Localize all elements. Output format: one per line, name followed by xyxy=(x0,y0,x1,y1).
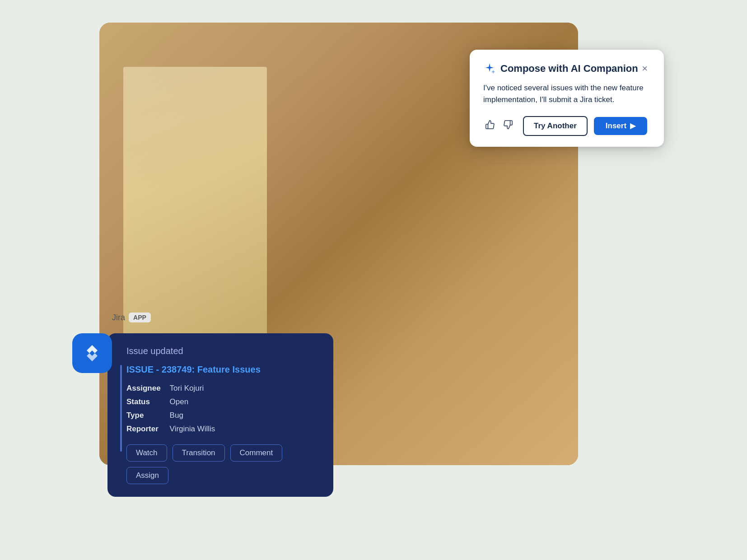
jira-assign-button[interactable]: Assign xyxy=(126,467,168,484)
thumbs-down-button[interactable] xyxy=(501,118,515,134)
ai-card-title-row: Compose with AI Companion xyxy=(483,62,638,75)
ai-companion-card: Compose with AI Companion × I've noticed… xyxy=(470,50,664,147)
ai-close-button[interactable]: × xyxy=(639,63,650,75)
jira-field-label-status: Status xyxy=(126,397,161,406)
ai-card-title: Compose with AI Companion xyxy=(500,63,638,75)
try-another-button[interactable]: Try Another xyxy=(523,116,588,136)
ai-card-header: Compose with AI Companion × xyxy=(483,62,650,75)
main-scene: Compose with AI Companion × I've noticed… xyxy=(72,23,677,519)
jira-notification-title: Issue updated xyxy=(126,346,319,356)
jira-field-value-assignee: Tori Kojuri xyxy=(170,384,319,393)
jira-field-label-type: Type xyxy=(126,411,161,420)
jira-app-badge: APP xyxy=(129,313,151,322)
ai-sparkle-icon xyxy=(483,62,496,75)
jira-transition-button[interactable]: Transition xyxy=(173,444,225,462)
jira-field-label-assignee: Assignee xyxy=(126,384,161,393)
thumbs-up-button[interactable] xyxy=(483,118,497,134)
jira-app-label: Jira APP xyxy=(112,313,151,322)
jira-field-value-reporter: Virginia Willis xyxy=(170,425,319,434)
jira-app-name: Jira xyxy=(112,313,125,322)
insert-button[interactable]: Insert ▶ xyxy=(594,117,647,135)
jira-actions: Watch Transition Comment Assign xyxy=(126,444,319,484)
insert-label: Insert xyxy=(606,121,626,131)
jira-field-value-type: Bug xyxy=(170,411,319,420)
jira-notification-card: Issue updated ISSUE - 238749: Feature Is… xyxy=(107,333,333,497)
ai-card-body: I've noticed several issues with the new… xyxy=(483,82,650,106)
jira-field-label-reporter: Reporter xyxy=(126,425,161,434)
jira-left-bar xyxy=(120,365,122,452)
jira-icon-circle xyxy=(72,333,112,373)
jira-comment-button[interactable]: Comment xyxy=(230,444,283,462)
jira-issue-link[interactable]: ISSUE - 238749: Feature Issues xyxy=(126,364,319,375)
jira-field-value-status: Open xyxy=(170,397,319,406)
ai-card-actions: Try Another Insert ▶ xyxy=(483,116,650,136)
jira-notification-area: Jira APP Issue updated ISSUE - 238749: F… xyxy=(72,333,333,497)
jira-watch-button[interactable]: Watch xyxy=(126,444,167,462)
cursor-icon: ▶ xyxy=(630,121,635,130)
jira-logo-icon xyxy=(81,342,103,364)
ai-feedback-buttons xyxy=(483,118,515,134)
jira-fields: Assignee Tori Kojuri Status Open Type Bu… xyxy=(126,384,319,434)
